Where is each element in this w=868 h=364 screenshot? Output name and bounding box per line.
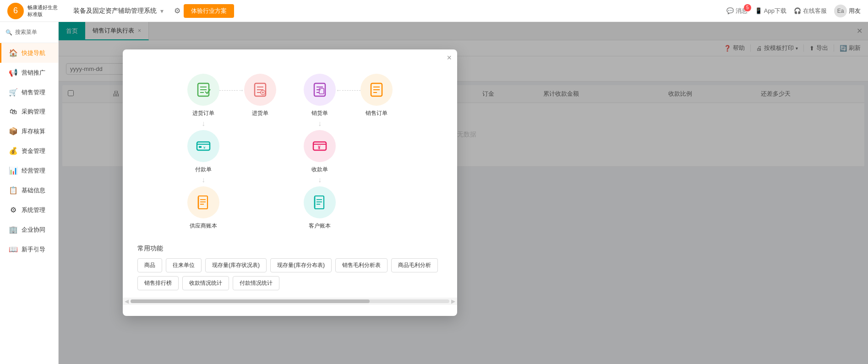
payment-label: 付款单 bbox=[195, 166, 212, 174]
scroll-thumb[interactable] bbox=[131, 299, 370, 303]
sidebar-item-label: 采购管理 bbox=[22, 108, 45, 116]
btn-payment-stats[interactable]: 付款情况统计 bbox=[233, 276, 279, 290]
modal-close-area: × bbox=[123, 49, 457, 63]
down-arrow-3: ↓ bbox=[318, 120, 322, 127]
app-download-label: App下载 bbox=[764, 7, 786, 15]
content-area: 首页 销售订单执行表 × ✕ ❓ 帮助 bbox=[59, 22, 868, 364]
common-functions-section: 常用功能 商品 往来单位 现存量(库存状况表) 现存量(库存分布表) 销售毛利分… bbox=[137, 244, 442, 290]
scroll-left-icon[interactable]: ◀ bbox=[125, 298, 129, 304]
btn-product-profit[interactable]: 商品毛利分析 bbox=[391, 258, 438, 272]
sidebar-item-label: 新手引导 bbox=[22, 245, 45, 254]
btn-sales-rank[interactable]: 销售排行榜 bbox=[137, 276, 179, 290]
sidebar-item-label: 经营管理 bbox=[22, 167, 45, 175]
receipt-label: 收款单 bbox=[311, 166, 328, 174]
flow-item-sales-order[interactable]: 销售订单 bbox=[360, 74, 393, 117]
finance-icon: 💰 bbox=[9, 147, 18, 155]
flow-item-receipt[interactable]: ¥ 收款单 bbox=[304, 130, 336, 174]
search-menu-label: 搜索菜单 bbox=[15, 28, 37, 36]
sidebar-search-area[interactable]: 🔍 搜索菜单 bbox=[0, 22, 58, 43]
sidebar-item-label: 系统管理 bbox=[22, 206, 45, 214]
customer-ledger-label: 客户账本 bbox=[309, 222, 331, 230]
btn-stock-status[interactable]: 现存量(库存状况表) bbox=[205, 258, 267, 272]
modal-content: 进货订单 ↓ ¥ 付款单 bbox=[123, 63, 457, 316]
system-title-area: 装备及固定资产辅助管理系统 ▾ bbox=[66, 7, 171, 15]
sales-order-circle bbox=[360, 74, 393, 106]
sidebar-item-purchase[interactable]: 🛍 采购管理 bbox=[0, 102, 58, 121]
sidebar-item-label: 基础信息 bbox=[22, 186, 45, 195]
flow-item-purchase-bill[interactable]: 进货单 bbox=[244, 74, 276, 117]
btn-receipt-stats[interactable]: 收款情况统计 bbox=[182, 276, 229, 290]
svg-rect-28 bbox=[315, 196, 324, 209]
flow-item-supplier-ledger[interactable]: 供应商账本 bbox=[187, 186, 219, 230]
down-arrow-4: ↓ bbox=[318, 176, 322, 184]
sidebar-item-system[interactable]: ⚙ 系统管理 bbox=[0, 200, 58, 220]
flow-item-payment[interactable]: ¥ 付款单 bbox=[187, 130, 219, 174]
sidebar-item-quick-nav[interactable]: 🏠 快捷导航 bbox=[0, 43, 58, 63]
sidebar-item-finance[interactable]: 💰 资金管理 bbox=[0, 141, 58, 161]
supplier-ledger-label: 供应商账本 bbox=[190, 222, 217, 230]
sidebar-item-marketing[interactable]: 📢 营销推广 bbox=[0, 63, 58, 82]
svg-rect-9 bbox=[197, 197, 199, 208]
sidebar-item-operations[interactable]: 📊 经营管理 bbox=[0, 161, 58, 180]
flow-item-customer-ledger[interactable]: 客户账本 bbox=[304, 186, 336, 230]
logo-area: 6 畅康通好生意 标准版 bbox=[7, 3, 66, 19]
common-functions-buttons: 商品 往来单位 现存量(库存状况表) 现存量(库存分布表) 销售毛利分析表 商品… bbox=[137, 258, 442, 290]
search-menu-button[interactable]: 🔍 搜索菜单 bbox=[4, 27, 55, 38]
mid-right-column: 销货单 ↓ ¥ 收款单 bbox=[304, 74, 336, 230]
receipt-circle: ¥ bbox=[304, 130, 336, 162]
home-icon: 🏠 bbox=[9, 49, 18, 57]
scroll-right-icon[interactable]: ▶ bbox=[451, 298, 455, 304]
flow-item-sales-bill[interactable]: 销货单 bbox=[304, 74, 336, 117]
online-service-label: 在线客服 bbox=[803, 7, 827, 15]
h-arrow-2: ← bbox=[336, 74, 360, 94]
btn-sales-profit[interactable]: 销售毛利分析表 bbox=[335, 258, 388, 272]
message-button[interactable]: 💬 消息 5 bbox=[726, 7, 748, 15]
sidebar-item-label: 企业协同 bbox=[22, 226, 45, 234]
logo-text: 畅康通好生意 标准版 bbox=[27, 4, 58, 17]
svg-text:¥: ¥ bbox=[318, 145, 321, 150]
experience-button[interactable]: 体验行业方案 bbox=[184, 4, 234, 18]
flow-item-purchase-order[interactable]: 进货订单 bbox=[187, 74, 219, 117]
scroll-track[interactable] bbox=[131, 299, 449, 303]
svg-rect-6 bbox=[199, 146, 202, 148]
system-title-dropdown-icon[interactable]: ▾ bbox=[160, 7, 164, 15]
modal-close-button[interactable]: × bbox=[447, 53, 452, 63]
sales-icon: 🛒 bbox=[9, 88, 18, 97]
purchase-bill-label: 进货单 bbox=[252, 109, 268, 117]
basic-info-icon: 📋 bbox=[9, 186, 18, 195]
sidebar-item-basic-info[interactable]: 📋 基础信息 bbox=[0, 180, 58, 200]
down-arrow-1: ↓ bbox=[202, 120, 205, 127]
logo-icon: 6 bbox=[7, 3, 24, 19]
supplier-ledger-circle bbox=[187, 186, 219, 218]
operations-icon: 📊 bbox=[9, 166, 18, 175]
sidebar-item-sales[interactable]: 🛒 销售管理 bbox=[0, 82, 58, 102]
btn-stock-dist[interactable]: 现存量(库存分布表) bbox=[270, 258, 332, 272]
payment-circle: ¥ bbox=[187, 130, 219, 162]
online-service-button[interactable]: 🎧 在线客服 bbox=[794, 7, 827, 15]
user-area[interactable]: Ea 用友 bbox=[834, 5, 861, 17]
btn-counterparty[interactable]: 往来单位 bbox=[166, 258, 202, 272]
avatar: Ea bbox=[834, 5, 847, 17]
left-flow-column: 进货订单 ↓ ¥ 付款单 bbox=[187, 74, 219, 230]
sidebar-item-label: 营销推广 bbox=[22, 69, 45, 77]
purchase-icon: 🛍 bbox=[9, 108, 18, 116]
sidebar-item-label: 销售管理 bbox=[22, 88, 45, 97]
sidebar-item-label: 资金管理 bbox=[22, 147, 45, 155]
settings-button[interactable]: ⚙ bbox=[171, 5, 184, 17]
enterprise-icon: 🏢 bbox=[9, 225, 18, 234]
message-badge: 5 bbox=[744, 4, 751, 11]
modal-overlay: × 进货订单 bbox=[59, 22, 868, 364]
app-download-button[interactable]: 📱 App下载 bbox=[755, 7, 786, 15]
sidebar-item-enterprise[interactable]: 🏢 企业协同 bbox=[0, 220, 58, 239]
sales-bill-circle bbox=[304, 74, 336, 106]
common-functions-title: 常用功能 bbox=[137, 244, 442, 253]
sidebar: 🔍 搜索菜单 🏠 快捷导航 📢 营销推广 🛒 销售管理 🛍 采购管理 bbox=[0, 22, 59, 364]
horizontal-scrollbar[interactable]: ◀ ▶ bbox=[123, 298, 457, 305]
system-icon: ⚙ bbox=[9, 206, 18, 214]
btn-product[interactable]: 商品 bbox=[137, 258, 162, 272]
inventory-icon: 📦 bbox=[9, 127, 18, 136]
purchase-order-label: 进货订单 bbox=[192, 109, 214, 117]
message-icon: 💬 bbox=[726, 7, 734, 14]
sidebar-item-inventory[interactable]: 📦 库存核算 bbox=[0, 121, 58, 141]
sidebar-item-newbie[interactable]: 📖 新手引导 bbox=[0, 239, 58, 259]
